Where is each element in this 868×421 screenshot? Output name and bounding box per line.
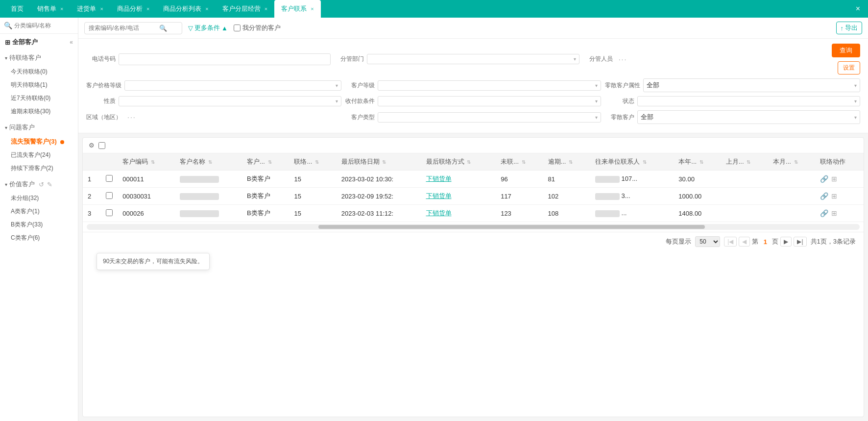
sort-thismonth-icon[interactable]: ⇅ [794, 159, 798, 165]
next-page-button[interactable]: ▶ [780, 237, 792, 247]
dept-select[interactable]: ▾ [367, 54, 579, 64]
select-all-checkbox[interactable] [98, 142, 105, 149]
sidebar-group-pending-title[interactable]: ▾ 待联络客户 [0, 50, 78, 65]
edit-icon[interactable]: ✎ [47, 181, 52, 188]
sort-lastmonth-icon[interactable]: ⇅ [747, 159, 750, 165]
my-customers-checkbox[interactable] [234, 25, 241, 31]
col-action: 联络动作 [815, 153, 864, 171]
filter-search-input[interactable] [89, 25, 157, 31]
my-customers-filter[interactable]: 我分管的客户 [234, 24, 281, 32]
sidebar-group-value-title[interactable]: ▾ 价值客户 ↺ ✎ [0, 177, 78, 192]
cell-action: 🔗 ⊞ [815, 188, 864, 205]
sidebar-item-class-a[interactable]: A类客户(1) [0, 205, 78, 218]
sidebar-collapse-icon[interactable]: « [70, 39, 73, 46]
sort-name-icon[interactable]: ⇅ [208, 159, 212, 165]
table-settings-icon[interactable]: ⚙ [89, 142, 95, 149]
action-grid-icon[interactable]: ⊞ [831, 175, 837, 183]
sort-contact-icon[interactable]: ⇅ [315, 159, 319, 165]
row-checkbox-1[interactable] [106, 192, 113, 199]
export-button[interactable]: ↑ 导出 [836, 22, 863, 34]
sidebar-item-churn-warning[interactable]: 流失预警客户(3) [0, 135, 78, 149]
nav-sales[interactable]: 销售单 × [30, 0, 70, 18]
nav-purchase[interactable]: 进货单 × [70, 0, 110, 18]
per-page-select[interactable]: 50 100 200 [695, 236, 720, 247]
adv-filter-row-4: 区域（地区） ··· 客户类型 ▾ 零散客户 全部 ▾ [86, 110, 860, 124]
action-link-icon[interactable]: 🔗 [820, 175, 828, 183]
last-method-link[interactable]: 下销货单 [426, 192, 452, 199]
status-select[interactable]: ▾ [637, 96, 860, 106]
sort-overdue-icon[interactable]: ⇅ [569, 159, 573, 165]
last-method-link[interactable]: 下销货单 [426, 175, 452, 182]
cell-this-year: 30.00 [674, 171, 721, 188]
sidebar-item-today[interactable]: 今天待联络(0) [0, 65, 78, 78]
retail-attr-select[interactable]: 全部 ▾ [643, 78, 860, 92]
global-close-button[interactable]: × [852, 4, 864, 13]
nav-home[interactable]: 首页 [4, 0, 30, 18]
sort-unlink-icon[interactable]: ⇅ [522, 159, 526, 165]
first-page-button[interactable]: |◀ [724, 237, 737, 247]
sidebar-item-tomorrow[interactable]: 明天待联络(1) [0, 78, 78, 92]
nature-select[interactable]: ▾ [119, 96, 341, 106]
close-analysis-icon[interactable]: × [146, 0, 149, 18]
close-sales-icon[interactable]: × [60, 0, 63, 18]
cust-type-select[interactable]: ▾ [378, 112, 601, 123]
sort-type-icon[interactable]: ⇅ [268, 159, 272, 165]
nav-customer-contact[interactable]: 客户联系 × [274, 0, 320, 18]
close-purchase-icon[interactable]: × [100, 0, 103, 18]
payment-select[interactable]: ▾ [378, 96, 601, 106]
nature-chevron-icon: ▾ [336, 99, 338, 104]
table-header-row: 客户编码 ⇅ 客户名称 ⇅ 客户... ⇅ 联络... [83, 153, 864, 171]
row-checkbox-0[interactable] [106, 175, 113, 182]
sidebar-search-input[interactable] [14, 22, 78, 29]
sort-year-icon[interactable]: ⇅ [699, 159, 703, 165]
nav-analysis-list[interactable]: 商品分析列表 × [156, 0, 215, 18]
adv-filter-row-3: 性质 ▾ 收付款条件 ▾ 状态 [86, 96, 860, 106]
close-customer-contact-icon[interactable]: × [311, 0, 313, 18]
sidebar-item-churned[interactable]: 已流失客户(24) [0, 149, 78, 162]
sidebar-item-declining[interactable]: 持续下滑客户(2) [0, 162, 78, 175]
cell-check[interactable] [101, 188, 118, 205]
row-checkbox-2[interactable] [106, 209, 113, 216]
filter-more-conditions[interactable]: ▽ 更多条件 ▲ [188, 24, 228, 32]
horizontal-scrollbar[interactable] [87, 224, 860, 230]
sidebar-item-class-c[interactable]: C类客户(6) [0, 231, 78, 245]
sort-code-icon[interactable]: ⇅ [151, 159, 155, 165]
sidebar-item-ungrouped[interactable]: 未分组(32) [0, 192, 78, 205]
scrollbar-thumb[interactable] [318, 225, 705, 229]
region-dots-icon[interactable]: ··· [124, 112, 139, 122]
last-page-button[interactable]: ▶| [794, 237, 806, 247]
prev-page-button[interactable]: ◀ [739, 237, 750, 247]
adv-field-cust-type: 客户类型 ▾ [345, 112, 601, 123]
query-button[interactable]: 查询 [832, 44, 860, 57]
sidebar-search-container: 🔍 [0, 18, 78, 34]
action-grid-icon[interactable]: ⊞ [831, 209, 837, 217]
warning-dot-icon [60, 140, 64, 144]
adv-settings-button[interactable]: 设置 [838, 61, 860, 74]
sidebar-item-7days[interactable]: 近7天待联络(0) [0, 92, 78, 105]
cell-check[interactable] [101, 171, 118, 188]
nav-customer-tier[interactable]: 客户分层经营 × [216, 0, 274, 18]
action-grid-icon[interactable]: ⊞ [831, 192, 837, 200]
sort-date-icon[interactable]: ⇅ [382, 159, 386, 165]
filter-search-button[interactable]: 🔍 [159, 25, 167, 32]
last-method-link[interactable]: 下销货单 [426, 209, 452, 217]
sort-contacts-icon[interactable]: ⇅ [643, 159, 647, 165]
retail-cust-select[interactable]: 全部 ▾ [637, 110, 860, 124]
cust-grade-select[interactable]: ▾ [378, 80, 601, 91]
close-customer-tier-icon[interactable]: × [265, 0, 267, 18]
cell-check[interactable] [101, 205, 118, 222]
price-grade-select[interactable]: ▾ [124, 80, 341, 91]
phone-input[interactable] [119, 53, 331, 65]
action-link-icon[interactable]: 🔗 [820, 209, 828, 217]
action-link-icon[interactable]: 🔗 [820, 192, 828, 200]
refresh-icon[interactable]: ↺ [39, 181, 44, 188]
sidebar-group-problem-title[interactable]: ▾ 问题客户 [0, 120, 78, 135]
status-chevron-icon: ▾ [854, 99, 857, 104]
sidebar-root[interactable]: ⊞ 全部客户 « [0, 34, 78, 50]
sidebar-item-class-b[interactable]: B类客户(33) [0, 218, 78, 231]
sort-method-icon[interactable]: ⇅ [467, 159, 471, 165]
close-analysis-list-icon[interactable]: × [205, 0, 208, 18]
sidebar-item-overdue[interactable]: 逾期未联络(30) [0, 105, 78, 118]
nav-analysis[interactable]: 商品分析 × [110, 0, 156, 18]
person-dots-icon[interactable]: ··· [616, 54, 630, 64]
